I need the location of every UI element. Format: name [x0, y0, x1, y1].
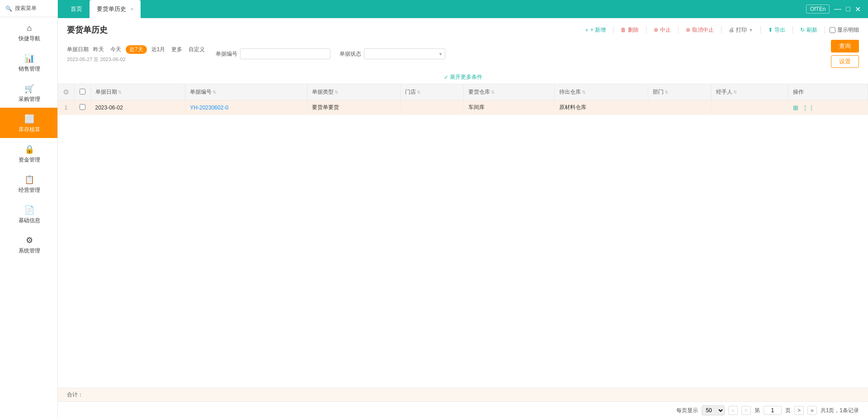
- divider4: [721, 26, 722, 33]
- main-area: 首页 要货单历史 × OfTEn — □ ✕ 要货单历史 ＋ + 新增 🗑: [58, 0, 868, 419]
- shortcut-today[interactable]: 今天: [108, 45, 123, 54]
- th-pending-warehouse[interactable]: 待出仓库 ⇅: [555, 84, 648, 100]
- print-button[interactable]: 🖨 打印 ▼: [726, 25, 756, 35]
- stop-button[interactable]: ⊗ 中止: [651, 25, 674, 35]
- date-filter-group: 单据日期 昨天 今天 近7天 近1月 更多 自定义 2023-05-27 至 2…: [67, 45, 207, 63]
- sidebar-item-label: 基础信息: [19, 217, 40, 224]
- ops-icon: 📋: [24, 175, 34, 185]
- cancel-stop-button[interactable]: ⊗ 取消中止: [683, 25, 717, 35]
- topbar: 首页 要货单历史 × OfTEn — □ ✕: [58, 0, 868, 18]
- filter-row-1: 单据日期 昨天 今天 近7天 近1月 更多 自定义 2023-05-27 至 2…: [67, 40, 859, 68]
- bill-no-input[interactable]: [240, 48, 330, 59]
- last-page-button[interactable]: »: [807, 406, 817, 415]
- print-label: 打印: [736, 26, 747, 34]
- th-action: 操作: [788, 84, 868, 100]
- sidebar-item-sales-mgmt[interactable]: 📊 销售管理: [0, 47, 57, 77]
- sidebar-item-system-mgmt[interactable]: ⚙ 系统管理: [0, 229, 57, 259]
- shortcut-7days[interactable]: 近7天: [126, 45, 147, 54]
- sidebar-item-label: 快捷导航: [19, 35, 40, 43]
- sidebar-item-finance-mgmt[interactable]: 🔒 资金管理: [0, 138, 57, 168]
- next-page-button[interactable]: >: [794, 406, 804, 415]
- select-all-checkbox[interactable]: [80, 89, 85, 95]
- sidebar-search[interactable]: 🔍 搜索菜单: [0, 0, 57, 17]
- shortcut-custom[interactable]: 自定义: [187, 45, 207, 54]
- sidebar-item-inventory-calc[interactable]: ⬜ 库存核算: [0, 108, 57, 138]
- th-handler[interactable]: 经手人 ⇅: [711, 84, 788, 100]
- total-info: 共1页，1条记录: [821, 407, 859, 414]
- expand-button[interactable]: ✓ 展开更多条件: [444, 73, 482, 81]
- per-page-select[interactable]: 50 20 100: [702, 405, 725, 415]
- table-row: 1 2023-06-02 YH-20230602-0 要货单要货 车间库 原材料…: [58, 100, 868, 115]
- tab-home[interactable]: 首页: [63, 0, 90, 18]
- th-store[interactable]: 门店 ⇅: [400, 84, 463, 100]
- window-close-button[interactable]: ✕: [855, 5, 861, 14]
- more-action-icon[interactable]: ⋮⋮: [802, 104, 815, 111]
- table-head: ⚙ 单据日期 ⇅ 单据编号: [58, 84, 868, 100]
- refresh-button[interactable]: ↻ 刷新: [797, 25, 820, 35]
- shortcut-1month[interactable]: 近1月: [150, 45, 167, 54]
- delete-icon: 🗑: [621, 27, 626, 33]
- th-date[interactable]: 单据日期 ⇅: [90, 84, 185, 100]
- export-button[interactable]: ⬆ 导出: [765, 25, 788, 35]
- cell-req-warehouse: 车间库: [464, 100, 555, 115]
- th-bill-type[interactable]: 单据类型 ⇅: [307, 84, 400, 100]
- cancel-stop-label: 取消中止: [692, 26, 714, 34]
- cell-checkbox[interactable]: [74, 100, 90, 115]
- tab-active[interactable]: 要货单历史 ×: [90, 0, 141, 18]
- divider6: [793, 26, 793, 33]
- window-restore-button[interactable]: □: [846, 5, 850, 13]
- page-input[interactable]: [764, 406, 782, 415]
- doc-icon: 📄: [24, 205, 34, 215]
- view-action-icon[interactable]: ⊞: [793, 104, 798, 111]
- often-button[interactable]: OfTEn: [806, 5, 830, 14]
- sort-icon-req-warehouse: ⇅: [491, 90, 495, 95]
- row-checkbox[interactable]: [80, 104, 85, 110]
- export-icon: ⬆: [768, 27, 773, 33]
- settings-icon[interactable]: ⚙: [63, 88, 69, 96]
- sort-icon-bill-type: ⇅: [335, 90, 338, 95]
- delete-button[interactable]: 🗑 删除: [618, 25, 642, 35]
- th-store-label: 门店: [405, 88, 416, 96]
- expand-label: 展开更多条件: [450, 73, 482, 81]
- th-checkbox[interactable]: [74, 84, 90, 100]
- th-req-warehouse[interactable]: 要货仓库 ⇅: [464, 84, 555, 100]
- th-settings[interactable]: ⚙: [58, 84, 74, 100]
- show-detail-checkbox[interactable]: [830, 27, 835, 33]
- th-bill-no-label: 单据编号: [190, 88, 212, 96]
- sort-icon-handler: ⇅: [733, 90, 737, 95]
- sidebar-item-quick-nav[interactable]: ⌂ 快捷导航: [0, 17, 57, 47]
- window-minimize-button[interactable]: —: [834, 5, 841, 13]
- date-shortcuts: 昨天 今天 近7天 近1月 更多 自定义: [91, 45, 207, 54]
- sort-icon-date: ⇅: [118, 90, 122, 95]
- sidebar-item-basic-info[interactable]: 📄 基础信息: [0, 199, 57, 229]
- page-title: 要货单历史: [67, 24, 108, 35]
- first-page-button[interactable]: «: [728, 406, 738, 415]
- show-detail-label[interactable]: 显示明细: [830, 26, 859, 34]
- chart-icon: 📊: [24, 53, 34, 63]
- active-tab-label: 要货单历史: [97, 5, 126, 13]
- sidebar-item-ops-mgmt[interactable]: 📋 经营管理: [0, 168, 57, 199]
- th-department-label: 部门: [653, 88, 664, 96]
- sidebar-item-purchase-mgmt[interactable]: 🛒 采购管理: [0, 77, 57, 108]
- th-handler-label: 经手人: [716, 88, 732, 96]
- tab-close-icon[interactable]: ×: [131, 6, 133, 12]
- status-select[interactable]: [364, 48, 445, 59]
- query-button[interactable]: 查询: [831, 40, 859, 52]
- divider2: [646, 26, 646, 33]
- shortcut-more[interactable]: 更多: [170, 45, 184, 54]
- add-button[interactable]: ＋ + 新增: [581, 25, 609, 35]
- shortcut-yesterday[interactable]: 昨天: [91, 45, 106, 54]
- bill-no-link[interactable]: YH-20230602-0: [190, 105, 228, 111]
- prev-page-button[interactable]: <: [741, 406, 751, 415]
- cell-date: 2023-06-02: [90, 100, 185, 115]
- th-bill-no[interactable]: 单据编号 ⇅: [185, 84, 307, 100]
- date-filter: 单据日期 昨天 今天 近7天 近1月 更多 自定义: [67, 45, 207, 54]
- filter-area: 单据日期 昨天 今天 近7天 近1月 更多 自定义 2023-05-27 至 2…: [58, 35, 868, 84]
- sidebar-item-label: 系统管理: [19, 247, 40, 255]
- refresh-icon: ↻: [800, 27, 805, 33]
- th-department[interactable]: 部门 ⇅: [648, 84, 711, 100]
- print-dropdown-icon: ▼: [749, 28, 753, 33]
- search-icon: 🔍: [5, 5, 12, 12]
- show-detail-text: 显示明细: [837, 26, 859, 34]
- setting-button[interactable]: 设置: [831, 55, 859, 68]
